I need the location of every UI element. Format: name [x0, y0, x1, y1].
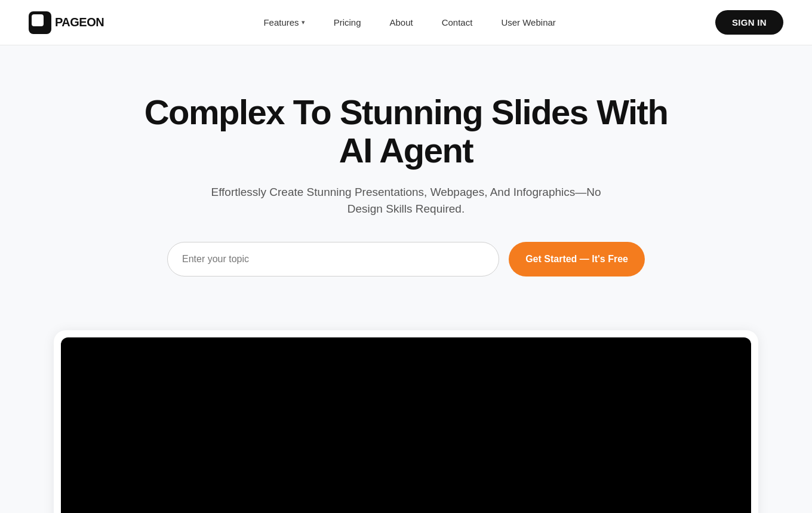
cta-row: Get Started — It's Free — [167, 242, 645, 277]
navbar: PAGEON Features ▾ Pricing About Contact … — [0, 0, 812, 45]
hero-title: Complex To Stunning Slides With AI Agent — [137, 93, 675, 170]
nav-right: SIGN IN — [715, 10, 783, 35]
topic-input[interactable] — [167, 242, 499, 277]
get-started-button[interactable]: Get Started — It's Free — [509, 242, 645, 277]
video-wrapper — [54, 330, 758, 513]
logo-text: PAGEON — [55, 16, 104, 29]
hero-subtitle: Effortlessly Create Stunning Presentatio… — [197, 184, 615, 218]
nav-links: Features ▾ Pricing About Contact User We… — [251, 11, 567, 33]
chevron-down-icon: ▾ — [302, 19, 305, 26]
video-screen — [61, 337, 751, 513]
logo-link[interactable]: PAGEON — [29, 11, 104, 34]
nav-link-contact[interactable]: Contact — [430, 11, 485, 33]
nav-link-pricing[interactable]: Pricing — [322, 11, 373, 33]
hero-section: Complex To Stunning Slides With AI Agent… — [0, 45, 812, 300]
nav-link-user-webinar[interactable]: User Webinar — [489, 11, 567, 33]
signin-button[interactable]: SIGN IN — [715, 10, 783, 35]
logo-icon — [29, 11, 51, 34]
nav-link-features[interactable]: Features ▾ — [251, 11, 316, 33]
nav-link-about[interactable]: About — [377, 11, 425, 33]
